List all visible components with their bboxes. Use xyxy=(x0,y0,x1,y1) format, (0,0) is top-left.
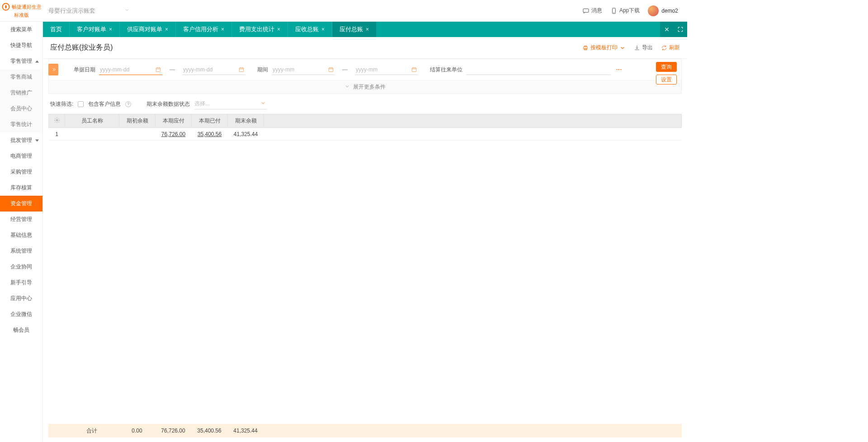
doc-date-to-input[interactable] xyxy=(182,64,245,75)
cell-current-payable[interactable]: 76,726.00 xyxy=(156,128,192,141)
svg-point-3 xyxy=(613,12,614,13)
settings-button[interactable]: 设置 xyxy=(656,75,677,85)
query-button[interactable]: 查询 xyxy=(656,62,677,72)
period-to-input[interactable] xyxy=(355,64,418,75)
messages-label: 消息 xyxy=(591,7,602,14)
col-open-balance[interactable]: 期初余额 xyxy=(119,114,156,128)
export-button[interactable]: 导出 xyxy=(634,44,653,52)
tab-label: 应付总账 xyxy=(340,25,363,33)
col-close-balance[interactable]: 期末余额 xyxy=(228,114,264,128)
logo-icon xyxy=(2,3,10,11)
tab-label: 应收总账 xyxy=(295,25,319,33)
tab-credit-analysis[interactable]: 客户信用分析× xyxy=(176,22,232,37)
print-by-template-button[interactable]: 按模板打印 xyxy=(582,44,626,52)
tab-expense-stats[interactable]: 费用支出统计× xyxy=(232,22,288,37)
row-index: 1 xyxy=(49,128,65,141)
sidebar-wecom[interactable]: 企业微信 xyxy=(0,306,42,322)
cell-current-payable-link[interactable]: 76,726.00 xyxy=(161,131,185,137)
sidebar-basic[interactable]: 基础信息 xyxy=(0,227,42,243)
totals-close-balance: 41,325.44 xyxy=(227,428,264,434)
sidebar-guide[interactable]: 新手引导 xyxy=(0,275,42,291)
range-dash: — xyxy=(342,66,348,73)
sidebar-inventory[interactable]: 库存核算 xyxy=(0,180,42,196)
sidebar-wholesale[interactable]: 批发管理 xyxy=(0,132,42,148)
close-icon[interactable]: × xyxy=(221,26,224,33)
tabs-fullscreen[interactable] xyxy=(674,22,687,37)
col-current-paid[interactable]: 本期已付 xyxy=(192,114,228,128)
tabs-close-all[interactable] xyxy=(660,22,674,37)
close-icon[interactable]: × xyxy=(277,26,280,33)
user-menu[interactable]: demo2 xyxy=(648,5,678,16)
tab-label: 费用支出统计 xyxy=(239,25,274,33)
tab-label: 客户信用分析 xyxy=(183,25,218,33)
settle-unit-more[interactable]: ··· xyxy=(616,66,622,73)
include-customer-label: 包含客户信息 xyxy=(88,100,121,108)
sidebar-funds[interactable]: 资金管理 xyxy=(0,196,42,212)
cell-current-paid[interactable]: 35,400.56 xyxy=(192,128,228,141)
sidebar-quicknav[interactable]: 快捷导航 xyxy=(0,38,42,53)
sidebar-retail-member[interactable]: 会员中心 xyxy=(0,101,42,117)
sidebar-retail-mall[interactable]: 零售商城 xyxy=(0,69,42,85)
filter-collapse-handle[interactable] xyxy=(48,64,58,75)
sidebar-operation[interactable]: 经营管理 xyxy=(0,212,42,227)
sidebar-member2[interactable]: 畅会员 xyxy=(0,322,42,338)
app-download-link[interactable]: App下载 xyxy=(610,7,640,14)
tab-customer-statement[interactable]: 客户对账单× xyxy=(70,22,120,37)
close-icon[interactable]: × xyxy=(165,26,168,33)
sidebar: 搜索菜单 快捷导航 零售管理 零售商城 营销推广 会员中心 零售统计 批发管理 … xyxy=(0,22,43,442)
sidebar-purchase[interactable]: 采购管理 xyxy=(0,164,42,180)
col-emp-name[interactable]: 员工名称 xyxy=(65,114,119,128)
tab-home-label: 首页 xyxy=(50,25,62,33)
close-icon[interactable]: × xyxy=(109,26,112,33)
totals-row: 合计 0.00 76,726.00 35,400.56 41,325.44 xyxy=(48,424,682,437)
tab-label: 客户对账单 xyxy=(77,25,106,33)
settle-unit-input[interactable] xyxy=(466,64,611,75)
quick-filter-label: 快速筛选: xyxy=(50,100,73,108)
tab-vendor-statement[interactable]: 供应商对账单× xyxy=(120,22,176,37)
chevron-down-icon xyxy=(124,7,130,14)
sidebar-enterprise[interactable]: 企业协同 xyxy=(0,259,42,275)
top-header: 畅捷通好生意 标准版 母婴行业演示账套 消息 App下载 demo2 xyxy=(0,0,687,22)
gear-icon xyxy=(54,117,60,123)
svg-rect-1 xyxy=(583,9,589,12)
chevron-down-icon xyxy=(260,100,266,107)
sidebar-system[interactable]: 系统管理 xyxy=(0,243,42,259)
period-label: 期间 xyxy=(257,66,268,74)
totals-current-paid: 35,400.56 xyxy=(191,428,227,434)
tab-ap-ledger[interactable]: 应付总账× xyxy=(332,22,377,37)
logo[interactable]: 畅捷通好生意 标准版 xyxy=(0,0,43,22)
doc-date-from-input[interactable] xyxy=(99,64,162,75)
sidebar-ecom[interactable]: 电商管理 xyxy=(0,148,42,164)
expand-more-filters[interactable]: 展开更多条件 xyxy=(49,80,681,94)
refresh-label: 刷新 xyxy=(669,44,680,52)
account-selector-value: 母婴行业演示账套 xyxy=(48,7,95,15)
include-customer-checkbox[interactable] xyxy=(78,101,84,107)
tab-home[interactable]: 首页 xyxy=(43,22,70,37)
close-icon[interactable]: × xyxy=(366,26,369,33)
table-header-row: 员工名称 期初余额 本期应付 本期已付 期末余额 xyxy=(49,114,682,128)
doc-date-label: 单据日期 xyxy=(74,66,95,74)
table-row[interactable]: 1 76,726.00 35,400.56 41,325.44 xyxy=(49,128,682,141)
table-container: 员工名称 期初余额 本期应付 本期已付 期末余额 1 xyxy=(48,114,682,424)
messages-link[interactable]: 消息 xyxy=(582,7,602,14)
balance-state-select[interactable]: 选择... xyxy=(194,99,267,109)
tab-ar-ledger[interactable]: 应收总账× xyxy=(288,22,332,37)
period-from-input[interactable] xyxy=(272,64,335,75)
sidebar-retail-marketing[interactable]: 营销推广 xyxy=(0,85,42,101)
refresh-button[interactable]: 刷新 xyxy=(661,44,680,52)
sidebar-appcenter[interactable]: 应用中心 xyxy=(0,291,42,306)
account-selector[interactable]: 母婴行业演示账套 xyxy=(43,7,582,15)
close-icon[interactable]: × xyxy=(321,26,325,33)
sidebar-retail-stats[interactable]: 零售统计 xyxy=(0,117,42,132)
sidebar-search[interactable]: 搜索菜单 xyxy=(0,22,42,38)
cell-current-paid-link[interactable]: 35,400.56 xyxy=(198,131,222,137)
tabs-bar: 首页 客户对账单× 供应商对账单× 客户信用分析× 费用支出统计× 应收总账× … xyxy=(43,22,687,37)
col-current-payable[interactable]: 本期应付 xyxy=(156,114,192,128)
ledger-table: 员工名称 期初余额 本期应付 本期已付 期末余额 1 xyxy=(48,114,682,141)
cell-close-balance: 41,325.44 xyxy=(228,128,264,141)
settle-unit-label: 结算往来单位 xyxy=(430,66,462,74)
svg-point-11 xyxy=(56,119,58,121)
column-settings[interactable] xyxy=(49,114,65,128)
sidebar-retail-mgmt[interactable]: 零售管理 xyxy=(0,53,42,69)
help-icon[interactable]: ? xyxy=(125,101,131,107)
